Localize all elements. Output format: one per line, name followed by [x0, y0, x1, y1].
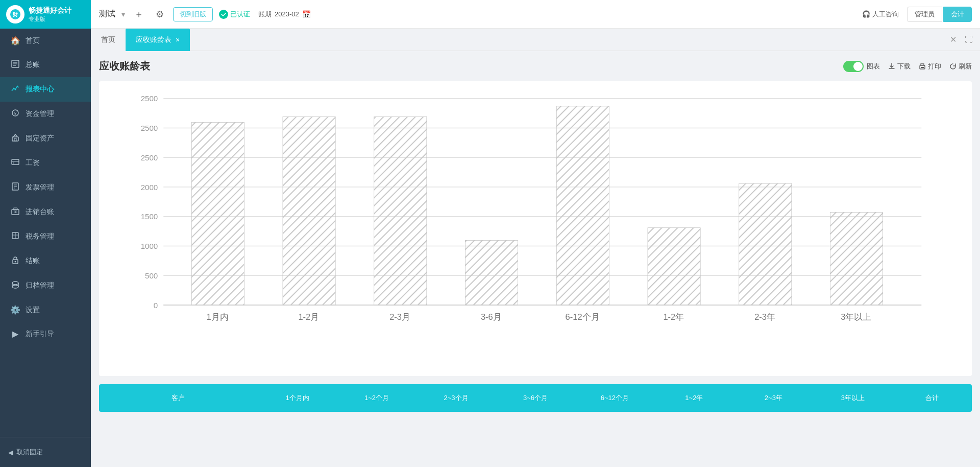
add-workspace-btn[interactable]: ＋: [131, 6, 146, 22]
sidebar-item-label: 固定资产: [26, 134, 54, 143]
expand-icon-btn[interactable]: ⛶: [962, 33, 976, 46]
th-2-3year: 2~3年: [734, 384, 813, 412]
svg-point-7: [15, 89, 16, 90]
sidebar: 财 畅捷通好会计 专业版 🏠 首页 总账: [0, 0, 91, 467]
verified-icon: [219, 10, 228, 19]
sidebar-item-label: 进销台账: [26, 207, 54, 217]
svg-text:1000: 1000: [141, 242, 158, 250]
cancel-fixed-btn[interactable]: ◀ 取消固定: [0, 442, 91, 462]
sidebar-item-ledger[interactable]: 总账: [0, 53, 91, 77]
svg-text:6-12个月: 6-12个月: [566, 312, 600, 321]
consult-label: 人工咨询: [872, 10, 899, 19]
th-1-2year: 1~2年: [654, 384, 733, 412]
headset-icon: 🎧: [862, 10, 870, 18]
role-btn[interactable]: 会计: [943, 7, 972, 22]
payroll-icon: [10, 158, 20, 168]
user-btns: 管理员 会计: [907, 7, 972, 22]
print-icon: [919, 63, 926, 70]
tab-home[interactable]: 首页: [91, 29, 126, 51]
main-content: 测试 ▾ ＋ ⚙ 切到旧版 已认证 账期 2023-02 📅 🎧 人工咨询 管理…: [91, 0, 980, 467]
tab-home-label: 首页: [101, 35, 115, 44]
bar-2: [283, 117, 335, 306]
bar-7: [739, 183, 792, 305]
svg-point-28: [15, 261, 16, 263]
svg-text:3-6月: 3-6月: [481, 312, 502, 321]
sidebar-item-tax[interactable]: 税务管理: [0, 224, 91, 249]
svg-text:2-3年: 2-3年: [754, 312, 775, 321]
th-6-12month: 6~12个月: [575, 384, 654, 412]
tax-icon: [10, 231, 20, 242]
sidebar-item-label: 设置: [26, 306, 40, 315]
sidebar-item-home[interactable]: 🏠 首页: [0, 29, 91, 53]
svg-text:2-3月: 2-3月: [389, 312, 410, 321]
settings-btn[interactable]: ⚙: [153, 7, 167, 22]
period-label: 账期: [258, 10, 272, 19]
sidebar-nav: 🏠 首页 总账 报: [0, 29, 91, 437]
workspace-title: 测试: [99, 9, 115, 19]
bar-chart: 2500 2500 2500 2000 1500 1000 500 0 1月内: [114, 91, 957, 359]
data-table: 客户 1个月内 1~2个月 2~3个月 3~6个月 6~12个月 1~2年 2~…: [99, 384, 972, 412]
sidebar-item-payroll[interactable]: 工资: [0, 151, 91, 175]
sidebar-item-funds[interactable]: ¥ 资金管理: [0, 102, 91, 126]
tab-close-btn[interactable]: ×: [176, 36, 180, 43]
topbar: 测试 ▾ ＋ ⚙ 切到旧版 已认证 账期 2023-02 📅 🎧 人工咨询 管理…: [91, 0, 980, 29]
svg-text:¥: ¥: [14, 111, 17, 116]
svg-text:1月内: 1月内: [207, 312, 229, 321]
toggle-knob: [853, 62, 863, 71]
print-btn[interactable]: 打印: [919, 62, 941, 71]
sidebar-item-settings[interactable]: ⚙️ 设置: [0, 298, 91, 322]
bar-8: [830, 213, 883, 306]
svg-text:1-2月: 1-2月: [298, 312, 319, 321]
sidebar-item-archive[interactable]: 归档管理: [0, 273, 91, 298]
table-header: 客户 1个月内 1~2个月 2~3个月 3~6个月 6~12个月 1~2年 2~…: [99, 384, 972, 412]
chevron-down-icon[interactable]: ▾: [121, 10, 125, 18]
svg-point-8: [17, 86, 18, 87]
th-1-2month: 1~2个月: [337, 384, 416, 412]
sidebar-item-assets[interactable]: 固定资产: [0, 126, 91, 151]
download-btn[interactable]: 下载: [888, 62, 911, 71]
svg-rect-11: [12, 137, 18, 141]
tab-receivable-aging[interactable]: 应收账龄表 ×: [126, 29, 190, 51]
chart-toggle-wrap: 图表: [843, 61, 880, 72]
page-header: 应收账龄表 图表 下载 打印 刷新: [99, 59, 972, 73]
sidebar-item-label: 发票管理: [26, 183, 54, 192]
funds-icon: ¥: [10, 109, 20, 119]
tab-right-btns: ✕ ⛶: [947, 33, 980, 46]
close-tab-icon-btn[interactable]: ✕: [947, 33, 960, 46]
sidebar-item-inventory[interactable]: 进销台账: [0, 200, 91, 224]
refresh-btn[interactable]: 刷新: [949, 62, 972, 71]
svg-text:2500: 2500: [141, 153, 158, 162]
home-icon: 🏠: [10, 36, 20, 45]
bar-5: [556, 106, 609, 305]
chart-container: 2500 2500 2500 2000 1500 1000 500 0 1月内: [99, 81, 972, 376]
sidebar-item-label: 首页: [26, 36, 40, 45]
switch-version-btn[interactable]: 切到旧版: [173, 7, 213, 21]
svg-text:500: 500: [145, 271, 158, 280]
th-1month: 1个月内: [258, 384, 337, 412]
verified-text: 已认证: [230, 10, 250, 19]
th-customer: 客户: [99, 384, 258, 412]
svg-point-32: [12, 285, 18, 288]
tabbar: 首页 应收账龄表 × ✕ ⛶: [91, 29, 980, 51]
svg-text:1-2年: 1-2年: [663, 312, 684, 321]
svg-text:0: 0: [154, 301, 158, 310]
th-2-3month: 2~3个月: [416, 384, 496, 412]
sidebar-item-reports[interactable]: 报表中心: [0, 77, 91, 102]
sidebar-item-close[interactable]: 结账: [0, 249, 91, 273]
svg-rect-34: [921, 67, 924, 68]
download-icon: [888, 63, 895, 70]
period-info: 账期 2023-02 📅: [258, 10, 311, 19]
logo-edition: 专业版: [29, 15, 71, 23]
calendar-icon[interactable]: 📅: [302, 10, 311, 18]
sidebar-bottom: ◀ 取消固定: [0, 437, 91, 467]
guide-icon: ▶: [10, 329, 20, 339]
th-3year-plus: 3年以上: [813, 384, 892, 412]
manager-btn[interactable]: 管理员: [907, 7, 942, 22]
page-title: 应收账龄表: [99, 59, 150, 73]
ledger-icon: [10, 60, 20, 70]
sidebar-item-guide[interactable]: ▶ 新手引导: [0, 322, 91, 346]
svg-text:3年以上: 3年以上: [841, 312, 871, 321]
chart-toggle[interactable]: [843, 61, 864, 72]
consult-btn[interactable]: 🎧 人工咨询: [862, 10, 899, 19]
sidebar-item-invoice[interactable]: 发票管理: [0, 175, 91, 200]
